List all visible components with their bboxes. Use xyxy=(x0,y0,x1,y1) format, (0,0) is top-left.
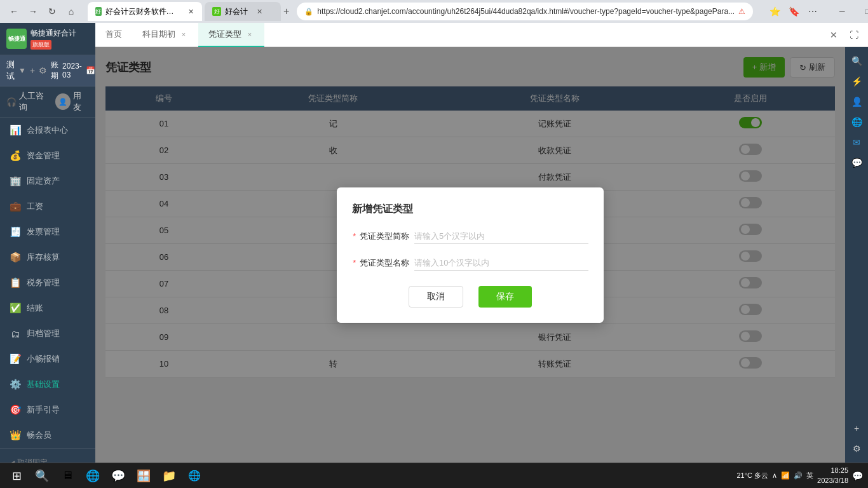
address-bar[interactable]: 🔒 https://cloud2.chanjet.com/accounting/… xyxy=(297,3,753,20)
sidebar-item-settings[interactable]: ⚙️ 基础设置 xyxy=(0,372,95,397)
dashboard-icon: 📊 xyxy=(9,124,22,137)
taskbar-browser[interactable]: 🌐 xyxy=(81,464,104,487)
name-input[interactable] xyxy=(414,255,588,271)
sidebar-label-settings: 基础设置 xyxy=(27,379,60,390)
browser-tab-1-close[interactable]: ✕ xyxy=(187,6,194,17)
address-text: https://cloud2.chanjet.com/accounting/uh… xyxy=(317,7,735,16)
close-panel-btn[interactable]: ✕ xyxy=(825,26,843,44)
maximize-button[interactable]: □ xyxy=(855,2,868,21)
extensions-btn[interactable]: ⭐ xyxy=(766,3,783,20)
taskbar-folder[interactable]: 📁 xyxy=(158,464,180,487)
user-info[interactable]: 👤 用友 xyxy=(55,90,89,113)
consulting-button[interactable]: 🎧 人工咨询 xyxy=(6,90,50,113)
rs-search-btn[interactable]: 🔍 xyxy=(848,52,865,70)
forward-button[interactable]: → xyxy=(24,3,42,20)
rs-chat-btn[interactable]: 💬 xyxy=(848,154,865,172)
browser-tab-2-close[interactable]: ✕ xyxy=(254,6,264,17)
sidebar-item-invoices[interactable]: 🧾 发票管理 xyxy=(0,219,95,245)
abbr-input[interactable] xyxy=(414,229,588,244)
rs-settings-btn[interactable]: ⚙ xyxy=(848,440,865,458)
archive-icon: 🗂 xyxy=(9,327,22,340)
sidebar-item-dashboard[interactable]: 📊 会报表中心 xyxy=(0,118,95,143)
user-label: 用友 xyxy=(73,90,89,113)
rs-globe-btn[interactable]: 🌐 xyxy=(848,113,865,131)
notification-button[interactable]: 💬 xyxy=(852,471,863,481)
collection-btn[interactable]: 🔖 xyxy=(785,3,803,20)
taskbar: ⊞ 🔍 🖥 🌐 💬 🪟 📁 🌐 21°C 多云 ∧ 📶 🔊 英 18:25 20… xyxy=(0,463,868,488)
required-star-name: * xyxy=(353,258,356,268)
tab-subjects[interactable]: 科目期初 × xyxy=(132,23,198,47)
sound-icon: 🔊 xyxy=(794,471,803,480)
add-company-icon[interactable]: + xyxy=(30,65,35,76)
sidebar-item-payroll[interactable]: 💼 工资 xyxy=(0,194,95,219)
rs-mail-btn[interactable]: ✉ xyxy=(848,133,865,151)
member-icon: 👑 xyxy=(9,429,22,442)
settlement-icon: ✅ xyxy=(9,302,22,315)
refresh-button[interactable]: ↻ xyxy=(43,3,61,20)
tab-subjects-close[interactable]: × xyxy=(179,30,188,39)
tab-home[interactable]: 首页 xyxy=(95,23,132,47)
sidebar-item-member[interactable]: 👑 畅会员 xyxy=(0,423,95,448)
network-icon: 📶 xyxy=(781,471,790,480)
sidebar: 畅捷通 畅捷通好合计 旗舰版 测试 ▼ + ⚙ 账期 2023-03 📅 🎧 人… xyxy=(0,23,95,463)
content-and-right: 凭证类型 + 新增 ↻ 刷新 编号 凭证类型简称 xyxy=(95,47,868,463)
period-label: 账期 xyxy=(51,60,58,81)
browser-tab-1-title: 好会计云财务软件管理系统_会计 xyxy=(105,6,181,17)
sidebar-item-archive[interactable]: 🗂 归档管理 xyxy=(0,321,95,346)
rs-user-btn[interactable]: 👤 xyxy=(848,93,865,111)
sidebar-item-settlement[interactable]: ✅ 结账 xyxy=(0,295,95,321)
new-tab-button[interactable]: + xyxy=(283,3,289,20)
fixed-assets-icon: 🏢 xyxy=(9,175,22,187)
taskbar-task-view[interactable]: 🖥 xyxy=(56,464,79,487)
logo-title: 畅捷通好合计 xyxy=(31,28,76,39)
sidebar-label-fixed-assets: 固定资产 xyxy=(27,175,60,187)
sidebar-item-tax[interactable]: 📋 税务管理 xyxy=(0,270,95,295)
main-layout: 畅捷通 畅捷通好合计 旗舰版 测试 ▼ + ⚙ 账期 2023-03 📅 🎧 人… xyxy=(0,23,868,463)
settings-btn[interactable]: ⋯ xyxy=(804,3,822,20)
sidebar-item-funds[interactable]: 💰 资金管理 xyxy=(0,143,95,168)
guide-icon: 🎯 xyxy=(9,403,22,416)
calendar-icon[interactable]: 📅 xyxy=(86,66,95,75)
user-avatar: 👤 xyxy=(55,93,71,110)
browser-controls: ← → ↻ ⌂ xyxy=(5,3,80,20)
logo-badge: 旗舰版 xyxy=(31,40,51,50)
rs-lightning-btn[interactable]: ⚡ xyxy=(848,72,865,90)
back-button[interactable]: ← xyxy=(5,3,23,20)
sidebar-label-dashboard: 会报表中心 xyxy=(27,125,68,136)
system-time[interactable]: 18:25 2023/3/18 xyxy=(817,466,848,485)
rs-add-btn[interactable]: + xyxy=(848,419,865,437)
taskbar-windows[interactable]: 🪟 xyxy=(132,464,155,487)
minimize-button[interactable]: ─ xyxy=(829,2,855,21)
start-button[interactable]: ⊞ xyxy=(5,464,28,487)
sidebar-item-fixed-assets[interactable]: 🏢 固定资产 xyxy=(0,168,95,194)
sidebar-item-expense[interactable]: 📝 小畅报销 xyxy=(0,346,95,372)
taskbar-lang[interactable]: 英 xyxy=(806,471,813,480)
dropdown-icon[interactable]: ▼ xyxy=(18,66,26,75)
sidebar-item-inventory[interactable]: 📦 库存核算 xyxy=(0,245,95,270)
date-display: 2023/3/18 xyxy=(817,476,848,485)
page-content: 凭证类型 + 新增 ↻ 刷新 编号 凭证类型简称 xyxy=(95,47,845,463)
tab-voucher-type[interactable]: 凭证类型 × xyxy=(198,23,264,47)
cancel-fixed-button[interactable]: ◀ 取消固定 xyxy=(0,454,95,463)
sidebar-label-funds: 资金管理 xyxy=(27,150,60,161)
modal-overlay[interactable]: 新增凭证类型 * 凭证类型简称 * 凭证类型名称 xyxy=(95,47,845,463)
expand-panel-btn[interactable]: ⛶ xyxy=(845,26,863,44)
period-value: 2023-03 xyxy=(62,62,82,79)
save-button[interactable]: 保存 xyxy=(478,286,532,308)
chevron-up-icon[interactable]: ∧ xyxy=(772,471,777,480)
taskbar-edge[interactable]: 🌐 xyxy=(183,464,206,487)
home-button[interactable]: ⌂ xyxy=(62,3,80,20)
funds-icon: 💰 xyxy=(9,149,22,162)
company-name[interactable]: 测试 xyxy=(6,59,15,82)
browser-tab-1[interactable]: 好 好会计云财务软件管理系统_会计 ✕ xyxy=(88,2,202,21)
sidebar-item-guide[interactable]: 🎯 新手引导 xyxy=(0,397,95,423)
taskbar-wechat[interactable]: 💬 xyxy=(107,464,130,487)
cancel-button[interactable]: 取消 xyxy=(409,286,463,308)
tab-voucher-type-close[interactable]: × xyxy=(245,30,254,39)
form-row-name: * 凭证类型名称 xyxy=(352,255,588,271)
browser-tab-2-title: 好会计 xyxy=(225,6,248,17)
settings-icon[interactable]: ⚙ xyxy=(39,65,47,76)
logo-box: 畅捷通 xyxy=(6,29,27,49)
taskbar-search[interactable]: 🔍 xyxy=(31,464,53,487)
browser-tab-2[interactable]: 好 好会计 ✕ xyxy=(205,2,281,21)
